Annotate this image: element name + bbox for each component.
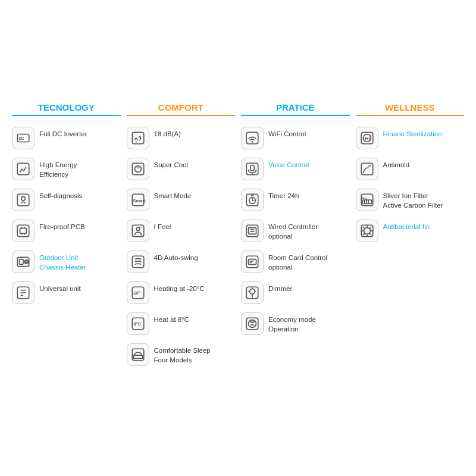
feature-label: Sliver Ion FilterActive Carbon Filter <box>383 189 443 210</box>
list-item: Ag Sliver Ion FilterActive Carbon Filter <box>356 189 443 211</box>
wired-icon <box>241 220 264 242</box>
feature-label: I Feel <box>154 220 171 231</box>
efficiency-icon <box>12 158 35 180</box>
feature-label: Wired Controlleroptional <box>268 220 318 241</box>
list-item: Hi Hinano Sterilization <box>356 127 442 149</box>
svg-rect-12 <box>20 259 24 264</box>
sleep-icon <box>127 343 149 366</box>
sliver-icon: Ag <box>356 189 378 211</box>
svg-point-35 <box>140 358 141 359</box>
svg-point-26 <box>136 227 139 230</box>
feature-label: Antibacterial fin <box>383 220 430 231</box>
svg-text:DC: DC <box>18 136 24 140</box>
feature-label: Heating at -20°C <box>154 281 205 293</box>
wifi-icon <box>241 127 264 149</box>
list-item: Room Card Controloptional <box>241 250 327 273</box>
antimold-icon <box>356 158 378 180</box>
feature-label: 4D Auto-swing <box>154 250 198 262</box>
list-item: Fire-proof PCB <box>12 220 85 242</box>
dimmer-icon <box>241 281 264 304</box>
svg-rect-65 <box>361 163 373 175</box>
svg-point-4 <box>21 196 26 201</box>
svg-rect-27 <box>132 256 144 268</box>
heat8-icon: 8°C <box>127 312 149 335</box>
timer-icon <box>241 189 264 211</box>
list-item: Comfortable SleepFour Models <box>127 343 211 366</box>
svg-rect-51 <box>249 259 256 264</box>
svg-rect-21 <box>132 163 144 175</box>
feature-label: Hinano Sterilization <box>383 127 442 139</box>
heating20-icon: -20° <box>127 281 149 304</box>
voice-icon <box>241 158 264 180</box>
autoswing-icon <box>127 250 149 273</box>
list-item: Economy modeOperation <box>241 312 316 335</box>
feature-label: Outdoor UnitChassis Heater <box>39 250 86 272</box>
svg-line-83 <box>369 226 371 228</box>
feature-label: Comfortable SleepFour Models <box>154 343 211 365</box>
list-item: Antimold <box>356 158 410 180</box>
feature-label: Full DC Inverter <box>39 127 87 139</box>
feature-label: Super Cool <box>154 158 189 170</box>
tecnology-title: TECNOLOGY <box>12 102 121 116</box>
pratice-title: PRATICE <box>241 102 350 116</box>
smart-icon: Smart <box>127 189 149 211</box>
roomcard-icon <box>241 250 264 273</box>
svg-rect-47 <box>249 227 256 234</box>
feature-label: Voice Control <box>268 158 309 170</box>
list-item: Dimmer <box>241 281 292 304</box>
column-wellness: WELLNESS Hi Hinano Sterilization <box>356 102 465 250</box>
feature-label: High EnergyEfficiency <box>39 158 77 179</box>
supercool-icon <box>127 158 149 180</box>
svg-rect-19 <box>132 132 144 144</box>
svg-text:8°C: 8°C <box>133 321 141 327</box>
svg-text:-20°: -20° <box>133 291 140 295</box>
feature-label: Smart Mode <box>154 189 192 201</box>
feature-label: Room Card Controloptional <box>268 250 327 272</box>
svg-point-67 <box>367 167 368 168</box>
svg-text:Ag: Ag <box>362 196 367 199</box>
list-item: Timer 24h <box>241 189 299 211</box>
svg-rect-6 <box>20 228 27 233</box>
list-item: Smart Smart Mode <box>127 189 192 211</box>
svg-text:Smart: Smart <box>133 198 146 203</box>
feature-label: Universal unit <box>39 281 81 293</box>
list-item: DC Full DC Inverter <box>12 127 87 149</box>
comfort-title: COMFORT <box>127 102 236 116</box>
svg-point-68 <box>369 165 370 167</box>
wellness-title: WELLNESS <box>356 102 465 116</box>
feature-label: Self-diagnosis <box>39 189 82 201</box>
svg-rect-71 <box>362 200 371 204</box>
svg-point-14 <box>26 261 27 262</box>
list-item: Outdoor UnitChassis Heater <box>12 250 86 273</box>
feature-label: WiFi Control <box>268 127 306 139</box>
svg-rect-5 <box>17 225 29 237</box>
list-item: -20° Heating at -20°C <box>127 281 205 304</box>
column-pratice: PRATICE WiFi Control <box>241 102 350 343</box>
content: TECNOLOGY DC Full DC Inverter <box>12 90 464 386</box>
list-item: 4D Auto-swing <box>127 250 198 273</box>
feature-label: Antimold <box>383 158 410 170</box>
db-icon <box>127 127 149 149</box>
firepcb-icon <box>12 220 35 242</box>
list-item: 8°C Heat at 8°C <box>127 312 190 335</box>
svg-rect-2 <box>17 163 29 175</box>
svg-point-34 <box>134 358 136 359</box>
svg-rect-33 <box>133 355 142 358</box>
economy-icon <box>241 312 264 335</box>
outdoor-icon <box>12 250 35 273</box>
list-item: Universal unit <box>12 281 81 304</box>
list-item: Wired Controlleroptional <box>241 220 318 242</box>
list-item: Voice Control <box>241 158 309 180</box>
list-item: Super Cool <box>127 158 189 180</box>
feature-label: 18 dB(A) <box>154 127 181 139</box>
feature-label: Economy modeOperation <box>268 312 316 334</box>
svg-rect-39 <box>250 165 255 171</box>
universal-icon <box>12 281 35 304</box>
hinano-icon: Hi <box>356 127 378 149</box>
column-comfort: COMFORT 18 dB(A) <box>127 102 236 374</box>
feature-label: Dimmer <box>268 281 292 293</box>
svg-line-84 <box>362 233 364 234</box>
diagnosis-icon <box>12 189 35 211</box>
list-item: Self-diagnosis <box>12 189 82 211</box>
dc-icon: DC <box>12 127 35 149</box>
